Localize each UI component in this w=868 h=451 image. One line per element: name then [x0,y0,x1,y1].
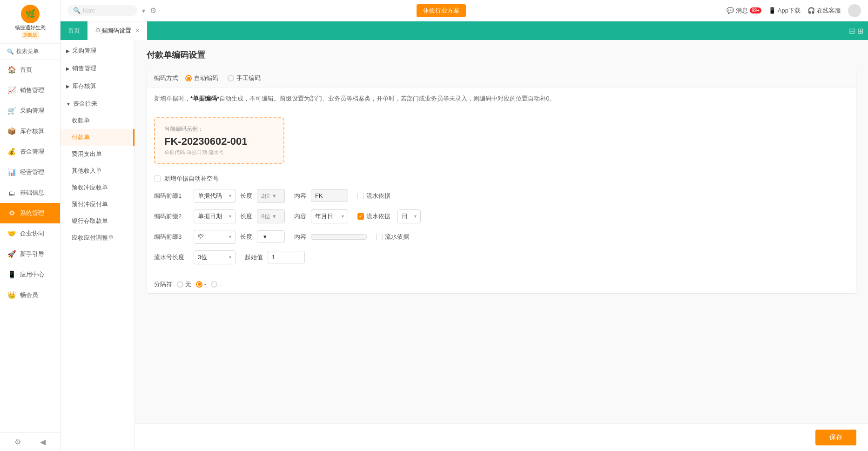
expand-icon[interactable]: ▾ [142,7,145,14]
sub-nav-bank-deposit[interactable]: 银行存取款单 [61,213,135,229]
content-area: ▶ 采购管理 ▶ 销售管理 ▶ 库存核算 ▼ 资金往来 [61,40,868,451]
sub-nav-prepaid-payable[interactable]: 预付冲应付单 [61,196,135,213]
tab-close-icon[interactable]: ✕ [135,27,140,34]
topbar-search[interactable]: 🔍 Nare [67,5,137,16]
prefix1-stream-checkbox[interactable]: 流水依据 [357,192,390,200]
arrow-icon: ▼ [66,101,71,107]
sidebar-item-member[interactable]: 👑 畅会员 [0,285,60,305]
auto-code-option[interactable]: 自动编码 [185,74,218,82]
prefix1-select[interactable]: 单据代码 ▾ [194,189,236,203]
sub-nav-inventory-header[interactable]: ▶ 库存核算 [61,78,135,94]
appstore-icon: 📱 [7,270,16,279]
sub-nav-purchase-header[interactable]: ▶ 采购管理 [61,42,135,59]
prefix1-length-value: 2位 [261,192,270,200]
sidebar-item-operation[interactable]: 📊 经营管理 [0,162,60,182]
main-content-wrapper: 付款单编码设置 编码方式 自动编码 手工编码 [135,40,868,451]
sidebar-item-inventory[interactable]: 📦 库存核算 [0,121,60,141]
prefix2-select[interactable]: 单据日期 ▾ [194,209,236,223]
separator-dash-radio[interactable] [196,281,202,288]
app-download-btn[interactable]: 📱 App下载 [768,7,801,15]
separator-none-radio[interactable] [177,281,183,288]
sub-nav-sales-header[interactable]: ▶ 销售管理 [61,60,135,77]
minimize-icon[interactable]: ⊟ [849,27,855,35]
save-button[interactable]: 保存 [815,430,856,445]
maximize-icon[interactable]: ⊞ [857,27,863,35]
settings-bottom-icon[interactable]: ⚙ [14,438,21,446]
prefix2-stream-unit-select[interactable]: 日 ▾ [397,209,421,223]
headphone-icon: 🎧 [807,7,815,14]
prefix2-stream-checkbox-box[interactable]: ✓ [357,213,364,220]
prefix3-stream-checkbox-box[interactable] [376,234,383,240]
sub-nav-purchase: ▶ 采购管理 [61,42,135,59]
prefix1-length-select[interactable]: 2位 ▾ [257,189,285,203]
settings-icon[interactable]: ⚙ [150,6,156,15]
prefix2-stream-checkbox[interactable]: ✓ 流水依据 [357,212,390,221]
manual-code-radio[interactable] [228,75,234,81]
prefix3-stream-checkbox[interactable]: 流水依据 [376,233,409,241]
auto-fill-checkbox[interactable] [154,175,161,182]
dropdown-icon: ▾ [342,214,344,219]
dropdown-icon: ▾ [229,234,231,239]
sub-nav-ar-ap-adjust[interactable]: 应收应付调整单 [61,229,135,246]
prefix1-content-label: 内容 [294,192,306,200]
sidebar-item-home[interactable]: 🏠 首页 [0,60,60,80]
separator-dot-option[interactable]: . [211,281,221,288]
sub-nav-expense[interactable]: 费用支出单 [61,146,135,162]
arrow-icon: ▶ [66,84,70,89]
tab-serial-settings[interactable]: 单据编码设置 ✕ [87,21,147,40]
basic-icon: 🗂 [7,188,16,197]
prefix2-content-select[interactable]: 年月日 ▾ [311,209,348,223]
message-btn[interactable]: 💬 消息 99+ [727,7,761,15]
purchase-icon: 🛒 [7,106,16,115]
prefix1-stream-checkbox-box[interactable] [357,193,364,199]
sub-nav-receipt[interactable]: 收款单 [61,112,135,129]
separator-none-option[interactable]: 无 [177,280,191,289]
manual-code-option[interactable]: 手工编码 [228,74,261,82]
sub-nav-purchase-label: 采购管理 [72,47,96,55]
sidebar-item-purchase[interactable]: 🛒 采购管理 [0,101,60,121]
sub-nav-prepaid-receivable[interactable]: 预收冲应收单 [61,179,135,196]
sidebar-search[interactable]: 🔍 搜索菜单 [0,44,60,60]
system-icon: ⚙ [7,209,16,218]
prefix1-stream-label: 流水依据 [366,192,390,200]
sub-nav-other-income[interactable]: 其他收入单 [61,162,135,179]
sub-nav-inventory-label: 库存核算 [72,82,96,90]
user-avatar[interactable] [848,4,861,17]
sidebar-item-system[interactable]: ⚙ 系统管理 [0,203,60,223]
sidebar-item-newbie[interactable]: 🚀 新手引导 [0,244,60,264]
experience-btn[interactable]: 体验行业方案 [417,4,466,17]
prefix2-length-select[interactable]: 8位 ▾ [257,209,285,223]
app-logo: 🌿 畅捷通好生意 旗舰版 [0,0,60,44]
tab-home[interactable]: 首页 [61,21,87,40]
left-sidebar: 🌿 畅捷通好生意 旗舰版 🔍 搜索菜单 🏠 首页 📈 销售管理 🛒 采购管理 📦… [0,0,61,451]
sidebar-item-enterprise[interactable]: 🤝 企业协同 [0,223,60,244]
separator-dash-option[interactable]: - [196,281,206,288]
sub-nav-capital-header[interactable]: ▼ 资金往来 [61,95,135,112]
serial-length-select[interactable]: 3位 ▾ [194,250,236,264]
sidebar-item-basic[interactable]: 🗂 基础信息 [0,182,60,203]
sidebar-item-inventory-label: 库存核算 [20,127,44,135]
code-preview-label: 当前编码示例： [164,125,274,133]
settings-panel: 编码方式 自动编码 手工编码 [147,69,856,294]
sidebar-item-appstore[interactable]: 📱 应用中心 [0,264,60,285]
sidebar-item-newbie-label: 新手引导 [20,250,44,258]
sidebar-item-finance[interactable]: 💰 资金管理 [0,141,60,162]
prefix3-select[interactable]: 空 ▾ [194,230,236,244]
sidebar-nav: 🏠 首页 📈 销售管理 🛒 采购管理 📦 库存核算 💰 资金管理 📊 经营管理 … [0,60,60,432]
logo-badge: 旗舰版 [21,31,39,39]
serial-start-label: 起始值 [245,253,263,262]
sub-sidebar: ▶ 采购管理 ▶ 销售管理 ▶ 库存核算 ▼ 资金往来 [61,40,135,451]
serial-start-input[interactable] [268,251,305,263]
home-icon: 🏠 [7,65,16,74]
collapse-icon[interactable]: ◀ [40,438,46,446]
auto-code-radio[interactable] [185,75,192,81]
prefix3-length-select[interactable]: ▾ [257,230,285,243]
separator-dot-radio[interactable] [211,281,217,288]
sidebar-item-system-label: 系统管理 [20,209,44,217]
sub-nav-payment[interactable]: 付款单 [61,129,135,146]
sidebar-item-sales[interactable]: 📈 销售管理 [0,80,60,101]
operation-icon: 📊 [7,168,16,177]
sidebar-item-enterprise-label: 企业协同 [20,229,44,238]
prefix1-length-label: 长度 [240,192,252,200]
online-service-btn[interactable]: 🎧 在线客服 [807,7,841,15]
